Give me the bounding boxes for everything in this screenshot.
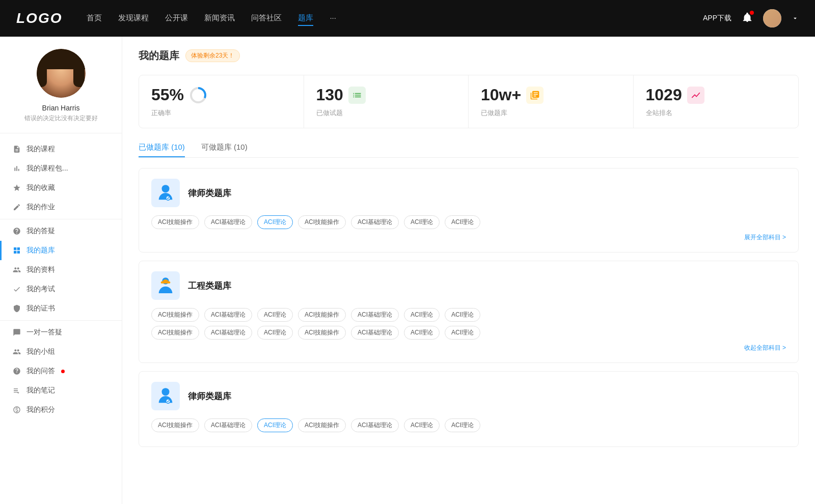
etag-3[interactable]: ACI技能操作 bbox=[298, 308, 346, 322]
qa-dot bbox=[61, 370, 65, 373]
stat-top2: 130 bbox=[316, 86, 456, 104]
svg-point-2 bbox=[162, 185, 170, 192]
bank-card-engineer: 工程类题库 ACI技能操作 ACI基础理论 ACI理论 ACI技能操作 ACI基… bbox=[139, 261, 799, 363]
tag-6[interactable]: ACI理论 bbox=[445, 215, 480, 229]
nav-news[interactable]: 新闻资讯 bbox=[204, 11, 235, 26]
sidebar-item-course[interactable]: 我的课程 bbox=[0, 139, 122, 159]
bank-tags-2a: ACI技能操作 ACI基础理论 ACI理论 ACI技能操作 ACI基础理论 AC… bbox=[151, 308, 786, 322]
trial-badge: 体验剩余23天！ bbox=[185, 49, 240, 62]
bank-card-header-3: 律师类题库 bbox=[151, 382, 786, 410]
etag-8[interactable]: ACI基础理论 bbox=[204, 326, 252, 340]
tag-5[interactable]: ACI理论 bbox=[404, 215, 440, 229]
ltag2-6[interactable]: ACI理论 bbox=[445, 418, 480, 432]
edit-icon bbox=[12, 203, 21, 212]
nav-more[interactable]: ··· bbox=[330, 11, 336, 26]
lawyer-icon bbox=[151, 179, 180, 207]
stat-accuracy: 55% 正确率 bbox=[139, 75, 304, 128]
chart-red-icon bbox=[687, 87, 704, 104]
etag-2[interactable]: ACI理论 bbox=[257, 308, 293, 322]
stats-row: 55% 正确率 130 已做试题 bbox=[139, 75, 799, 128]
help-icon bbox=[12, 227, 21, 236]
person-icon bbox=[12, 265, 21, 274]
notes-icon bbox=[12, 386, 21, 395]
bank-card-header-2: 工程类题库 bbox=[151, 271, 786, 300]
ltag2-0[interactable]: ACI技能操作 bbox=[151, 418, 199, 432]
sidebar-item-group[interactable]: 我的小组 bbox=[0, 342, 122, 361]
tab-available[interactable]: 可做题库 (10) bbox=[201, 143, 248, 157]
notification-bell[interactable] bbox=[742, 12, 753, 25]
etag-5[interactable]: ACI理论 bbox=[404, 308, 440, 322]
stat-banks-value: 10w+ bbox=[481, 86, 521, 104]
stat-rank-value: 1029 bbox=[646, 86, 682, 104]
points-icon bbox=[12, 405, 21, 414]
etag-13[interactable]: ACI理论 bbox=[445, 326, 480, 340]
collapse-link[interactable]: 收起全部科目 > bbox=[151, 344, 786, 352]
sidebar-item-profile[interactable]: 我的资料 bbox=[0, 260, 122, 279]
stat-rank-label: 全站排名 bbox=[646, 108, 786, 118]
bank-tags-3: ACI技能操作 ACI基础理论 ACI理论 ACI技能操作 ACI基础理论 AC… bbox=[151, 418, 786, 432]
etag-12[interactable]: ACI理论 bbox=[404, 326, 440, 340]
stat-done-label: 已做试题 bbox=[316, 108, 456, 118]
sidebar-item-favorites[interactable]: 我的收藏 bbox=[0, 178, 122, 198]
ltag2-5[interactable]: ACI理论 bbox=[404, 418, 440, 432]
sidebar-item-exam[interactable]: 我的考试 bbox=[0, 279, 122, 299]
nav-home[interactable]: 首页 bbox=[87, 11, 102, 26]
avatar-image bbox=[763, 9, 781, 27]
ltag2-3[interactable]: ACI技能操作 bbox=[298, 418, 346, 432]
etag-1[interactable]: ACI基础理论 bbox=[204, 308, 252, 322]
sidebar-item-qa-answer[interactable]: 我的答疑 bbox=[0, 221, 122, 241]
nav-qa[interactable]: 问答社区 bbox=[251, 11, 282, 26]
profile-name: Brian Harris bbox=[42, 104, 80, 112]
sidebar-item-certificate[interactable]: 我的证书 bbox=[0, 299, 122, 318]
list-yellow-icon bbox=[526, 87, 544, 104]
divider2 bbox=[0, 320, 122, 321]
star-icon bbox=[12, 183, 21, 192]
sidebar-item-questionbank[interactable]: 我的题库 bbox=[0, 241, 122, 260]
page-title: 我的题库 bbox=[139, 49, 179, 63]
etag-9[interactable]: ACI理论 bbox=[257, 326, 293, 340]
etag-0[interactable]: ACI技能操作 bbox=[151, 308, 199, 322]
sidebar-item-course-pack[interactable]: 我的课程包... bbox=[0, 159, 122, 178]
etag-11[interactable]: ACI基础理论 bbox=[351, 326, 399, 340]
avatar[interactable] bbox=[763, 9, 781, 27]
tab-done[interactable]: 已做题库 (10) bbox=[139, 143, 185, 157]
logo[interactable]: LOGO bbox=[16, 10, 62, 26]
ltag2-2[interactable]: ACI理论 bbox=[257, 418, 293, 432]
profile-section: Brian Harris 错误的决定比没有决定要好 bbox=[0, 49, 122, 133]
tag-2[interactable]: ACI理论 bbox=[257, 215, 293, 229]
stat-accuracy-value: 55% bbox=[151, 86, 184, 104]
nav-opencourse[interactable]: 公开课 bbox=[165, 11, 188, 26]
sidebar-item-my-qa[interactable]: 我的问答 bbox=[0, 361, 122, 381]
bank-title-lawyer-1: 律师类题库 bbox=[188, 187, 231, 199]
group-icon bbox=[12, 347, 21, 356]
navbar: LOGO 首页 发现课程 公开课 新闻资讯 问答社区 题库 ··· APP下载 bbox=[0, 0, 815, 37]
sidebar-item-points[interactable]: 我的积分 bbox=[0, 400, 122, 419]
bank-tags-2b: ACI技能操作 ACI基础理论 ACI理论 ACI技能操作 ACI基础理论 AC… bbox=[151, 326, 786, 340]
certificate-icon bbox=[12, 304, 21, 313]
sidebar-item-homework[interactable]: 我的作业 bbox=[0, 198, 122, 217]
etag-10[interactable]: ACI技能操作 bbox=[298, 326, 346, 340]
stat-done-questions: 130 已做试题 bbox=[304, 75, 469, 128]
engineer-icon bbox=[151, 271, 180, 300]
page-header: 我的题库 体验剩余23天！ bbox=[139, 49, 799, 63]
etag-4[interactable]: ACI基础理论 bbox=[351, 308, 399, 322]
nav-questionbank[interactable]: 题库 bbox=[298, 11, 313, 26]
etag-6[interactable]: ACI理论 bbox=[445, 308, 480, 322]
sidebar: Brian Harris 错误的决定比没有决定要好 我的课程 我的课程包... bbox=[0, 37, 122, 504]
tag-4[interactable]: ACI基础理论 bbox=[351, 215, 399, 229]
nav-items: 首页 发现课程 公开课 新闻资讯 问答社区 题库 ··· bbox=[87, 11, 703, 26]
tag-1[interactable]: ACI基础理论 bbox=[204, 215, 252, 229]
ltag2-1[interactable]: ACI基础理论 bbox=[204, 418, 252, 432]
list-green-icon bbox=[348, 87, 366, 104]
tag-0[interactable]: ACI技能操作 bbox=[151, 215, 199, 229]
nav-discover[interactable]: 发现课程 bbox=[118, 11, 149, 26]
tabs-row: 已做题库 (10) 可做题库 (10) bbox=[139, 143, 799, 158]
app-download-button[interactable]: APP下载 bbox=[703, 14, 731, 23]
etag-7[interactable]: ACI技能操作 bbox=[151, 326, 199, 340]
tag-3[interactable]: ACI技能操作 bbox=[298, 215, 346, 229]
ltag2-4[interactable]: ACI基础理论 bbox=[351, 418, 399, 432]
expand-link-1[interactable]: 展开全部科目 > bbox=[151, 233, 786, 242]
notification-dot bbox=[750, 11, 754, 15]
sidebar-item-notes[interactable]: 我的笔记 bbox=[0, 381, 122, 400]
sidebar-item-one-on-one[interactable]: 一对一答疑 bbox=[0, 323, 122, 342]
